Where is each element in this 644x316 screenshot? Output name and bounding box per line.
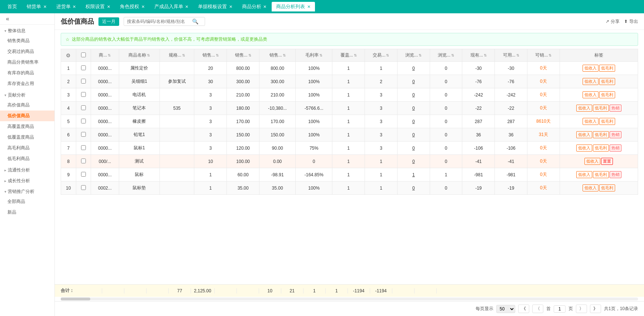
nav-close-role[interactable]: ✕ — [141, 4, 145, 9]
nav-close-sales[interactable]: ✕ — [43, 4, 47, 9]
nav-purchase-order[interactable]: 进货单 ✕ — [52, 2, 81, 11]
browse1-value[interactable]: 0 — [412, 132, 415, 137]
sidebar-group-circulation[interactable]: ▸ 流通性分析 — [0, 164, 54, 175]
cell-browse1[interactable]: 0 — [397, 62, 430, 75]
sidebar-item-high-value[interactable]: 高价值商品 — [0, 100, 54, 111]
share-button[interactable]: ↗ 分享 — [606, 18, 620, 25]
search-input[interactable] — [127, 19, 190, 24]
row-checkbox[interactable] — [81, 65, 86, 70]
cell-checkbox[interactable] — [76, 102, 91, 115]
row-checkbox[interactable] — [81, 92, 86, 97]
sidebar-item-sales-products[interactable]: 销售类商品 — [0, 35, 54, 46]
sidebar-group-marketing[interactable]: ▾ 营销推广分析 — [0, 186, 54, 196]
row-checkbox[interactable] — [81, 172, 86, 177]
cell-checkbox[interactable] — [76, 142, 91, 155]
row-checkbox[interactable] — [81, 185, 86, 190]
nav-close-analysis-list[interactable]: ✕ — [307, 4, 311, 9]
nav-product-analysis-list[interactable]: 商品分析列表 ✕ — [272, 2, 315, 11]
nav-close-template[interactable]: ✕ — [229, 4, 232, 9]
nav-close-purchase[interactable]: ✕ — [73, 4, 76, 9]
sort-cost[interactable]: ⇅ — [283, 53, 286, 57]
browse1-value[interactable]: 1 — [412, 172, 415, 177]
nav-role-auth[interactable]: 角色授权 ✕ — [115, 2, 149, 11]
cell-checkbox[interactable] — [76, 75, 91, 88]
sidebar-item-stock-products[interactable]: 有库存的商品 — [0, 68, 54, 78]
page-number-input[interactable] — [554, 305, 566, 313]
export-button[interactable]: ⬆ 导出 — [624, 18, 638, 25]
row-checkbox[interactable] — [81, 132, 86, 137]
cell-checkbox[interactable] — [76, 128, 91, 142]
row-checkbox[interactable] — [81, 119, 86, 123]
sidebar-collapse-btn[interactable]: « — [3, 16, 12, 22]
sidebar-item-capital-occupation[interactable]: 库存资金占用 — [0, 78, 54, 89]
browse1-value[interactable]: 0 — [412, 159, 415, 164]
sidebar-item-new-products[interactable]: 新品 — [0, 207, 54, 218]
cell-browse1[interactable]: 0 — [397, 155, 430, 168]
page-size-select[interactable]: 50 100 200 — [496, 305, 515, 313]
sidebar-group-growth[interactable]: ▸ 成长性分析 — [0, 175, 54, 186]
nav-template-settings[interactable]: 单据模板设置 ✕ — [194, 2, 237, 11]
sort-amount[interactable]: ⇅ — [248, 53, 251, 57]
last-page-btn[interactable]: 》 — [590, 305, 601, 313]
browse1-value[interactable]: 0 — [412, 79, 415, 84]
prev-page-btn[interactable]: 〈 — [532, 305, 543, 313]
cell-browse1[interactable]: 0 — [397, 142, 430, 155]
sort-trade[interactable]: ⇅ — [386, 53, 389, 57]
sidebar-item-category-sales-rate[interactable]: 商品分类销售率 — [0, 57, 54, 68]
sort-name[interactable]: ⇅ — [147, 53, 150, 57]
nav-home[interactable]: 首页 — [3, 2, 21, 11]
browse1-value[interactable]: 0 — [412, 186, 415, 191]
col-settings[interactable]: ⚙ — [61, 49, 76, 62]
sidebar-group-contribution[interactable]: ▾ 贡献分析 — [0, 89, 54, 100]
gear-icon[interactable]: ⚙ — [66, 52, 71, 58]
row-checkbox[interactable] — [81, 79, 86, 84]
cell-checkbox[interactable] — [76, 88, 91, 102]
cell-checkbox[interactable] — [76, 181, 91, 195]
sidebar-item-high-margin[interactable]: 高毛利商品 — [0, 143, 54, 153]
nav-permission[interactable]: 权限设置 ✕ — [81, 2, 115, 11]
sort-browse1[interactable]: ⇅ — [419, 53, 422, 57]
row-checkbox[interactable] — [81, 159, 86, 163]
sidebar-item-high-coverage[interactable]: 高覆盖度商品 — [0, 121, 54, 132]
sidebar-item-low-value[interactable]: 低价值商品 — [0, 111, 54, 121]
sort-browse2[interactable]: ⇅ — [451, 53, 454, 57]
scrollbar-thumb[interactable] — [61, 298, 90, 300]
sort-sellable[interactable]: ⇅ — [549, 53, 551, 57]
select-all-checkbox[interactable] — [81, 52, 86, 57]
cell-browse1[interactable]: 1 — [397, 168, 430, 181]
nav-close-storage[interactable]: ✕ — [185, 4, 188, 9]
next-page-btn[interactable]: 〉 — [576, 305, 587, 313]
time-filter-button[interactable]: 近一月 — [98, 17, 119, 26]
sidebar-group-overall[interactable]: ▾ 整体信息 — [0, 25, 54, 35]
sidebar-item-traded-products[interactable]: 交易过的商品 — [0, 46, 54, 57]
nav-product-storage[interactable]: 产成品入库单 ✕ — [150, 2, 193, 11]
search-icon[interactable]: 🔍 — [192, 18, 198, 24]
browse1-value[interactable]: 0 — [412, 146, 415, 151]
sort-coverage[interactable]: ⇅ — [354, 53, 357, 57]
nav-close-analysis[interactable]: ✕ — [263, 4, 266, 9]
sort-gross[interactable]: ⇅ — [319, 53, 322, 57]
nav-close-permission[interactable]: ✕ — [107, 4, 110, 9]
first-page-btn[interactable]: 《 — [518, 305, 529, 313]
sidebar-item-all-products[interactable]: 全部商品 — [0, 196, 54, 207]
sort-qty[interactable]: ⇅ — [216, 53, 219, 57]
cell-browse1[interactable]: 0 — [397, 115, 430, 128]
sort-code[interactable]: ⇅ — [108, 53, 111, 57]
row-checkbox[interactable] — [81, 145, 86, 150]
cell-browse1[interactable]: 0 — [397, 128, 430, 142]
sort-spec[interactable]: ⇅ — [182, 53, 185, 57]
row-checkbox[interactable] — [81, 105, 86, 110]
cell-browse1[interactable]: 0 — [397, 102, 430, 115]
sort-stock[interactable]: ⇅ — [484, 53, 487, 57]
nav-product-analysis[interactable]: 商品分析 ✕ — [238, 2, 271, 11]
sort-available[interactable]: ⇅ — [516, 53, 519, 57]
cell-browse1[interactable]: 0 — [397, 88, 430, 102]
browse1-value[interactable]: 0 — [412, 106, 415, 111]
browse1-value[interactable]: 0 — [412, 66, 415, 71]
cell-checkbox[interactable] — [76, 168, 91, 181]
sidebar-item-low-coverage[interactable]: 低覆盖度商品 — [0, 132, 54, 143]
cell-browse1[interactable]: 0 — [397, 181, 430, 195]
cell-browse1[interactable]: 0 — [397, 75, 430, 88]
nav-sales-order[interactable]: 销货单 ✕ — [22, 2, 51, 11]
cell-checkbox[interactable] — [76, 62, 91, 75]
